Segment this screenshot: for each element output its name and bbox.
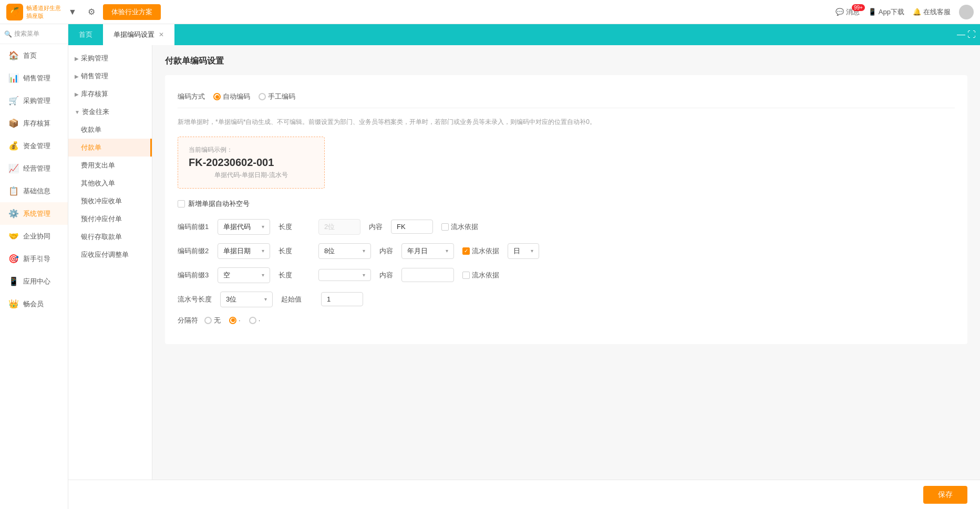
manual-encoding-radio[interactable] [259, 93, 266, 100]
minimize-btn[interactable]: — [957, 30, 965, 39]
topbar-dropdown-btn[interactable]: ▼ [65, 5, 80, 19]
waterfall2-checkbox[interactable]: ✓ [462, 247, 470, 255]
sidebar: 🔍 搜索菜单 🏠 首页 📊 销售管理 🛒 采购管理 📦 库存核算 💰 [0, 24, 68, 509]
sidebar-item-operations[interactable]: 📈 经营管理 [0, 157, 68, 180]
tab-encoding[interactable]: 单据编码设置 ✕ [103, 24, 174, 45]
msg-btn[interactable]: 💬 消息 99+ [835, 7, 860, 17]
sub-group-sales: ▶ 销售管理 [68, 67, 152, 85]
chevron-down-icon-length3: ▾ [363, 272, 365, 278]
save-button[interactable]: 保存 [923, 486, 967, 504]
length3-label: 长度 [278, 271, 310, 280]
prefix2-select[interactable]: 单据日期 ▾ [218, 243, 270, 259]
content2-label: 内容 [379, 246, 393, 256]
chevron-down-icon: ▼ [75, 109, 80, 115]
topbar-settings-btn[interactable]: ⚙ [84, 5, 99, 19]
content3-input[interactable] [401, 268, 454, 282]
sep-dash-radio[interactable] [249, 317, 256, 324]
sep-dot-option[interactable]: · [229, 316, 241, 324]
sidebar-item-system[interactable]: ⚙️ 系统管理 [0, 202, 68, 225]
industry-btn[interactable]: 体验行业方案 [103, 4, 161, 20]
sub-nav-advance-receivable[interactable]: 预收冲应收单 [68, 192, 152, 210]
sidebar-item-enterprise[interactable]: 🤝 企业协同 [0, 225, 68, 247]
sidebar-search[interactable]: 🔍 搜索菜单 [0, 24, 68, 44]
sep-dash-option[interactable]: · [249, 316, 261, 324]
maximize-btn[interactable]: ⛶ [967, 30, 976, 39]
form-row-2: 编码前缀2 单据日期 ▾ 长度 8位 ▾ 内容 年月日 [178, 243, 955, 259]
member-icon: 👑 [8, 299, 19, 309]
auto-fill-checkbox[interactable] [178, 200, 185, 207]
prefix1-select[interactable]: 单据代码 ▾ [218, 219, 270, 235]
user-avatar[interactable] [959, 5, 974, 19]
example-desc: 单据代码-单据日期-流水号 [189, 171, 314, 180]
auto-encoding-radio[interactable] [213, 93, 221, 100]
sub-group-purchase: ▶ 采购管理 [68, 49, 152, 67]
tabs-bar: 首页 单据编码设置 ✕ — ⛶ [68, 24, 980, 45]
system-icon: ⚙️ [8, 209, 19, 219]
sidebar-item-basic[interactable]: 📋 基础信息 [0, 180, 68, 202]
chevron-right-icon-2: ▶ [75, 74, 79, 79]
guide-icon: 🎯 [8, 254, 19, 264]
sub-nav-bank-deposit[interactable]: 银行存取款单 [68, 228, 152, 246]
sub-group-inventory-title[interactable]: ▶ 库存核算 [68, 85, 152, 103]
sub-nav-receipt[interactable]: 收款单 [68, 121, 152, 139]
inventory-icon: 📦 [8, 118, 19, 128]
tab-close-btn[interactable]: ✕ [159, 31, 164, 38]
prefix2-label: 编码前缀2 [178, 246, 209, 256]
waterfall3-checkbox[interactable] [462, 272, 470, 279]
sidebar-item-appstore[interactable]: 📱 应用中心 [0, 270, 68, 293]
serial-length-select[interactable]: 3位 ▾ [220, 292, 273, 307]
sub-group-capital-title[interactable]: ▼ 资金往来 [68, 103, 152, 121]
waterfall1-checkbox[interactable] [441, 223, 449, 231]
sub-nav-other-income[interactable]: 其他收入单 [68, 174, 152, 192]
serial-row: 流水号长度 3位 ▾ 起始值 [178, 292, 955, 307]
form-row-1: 编码前缀1 单据代码 ▾ 长度 2位 内容 流水依据 [178, 219, 955, 235]
logo-icon: 🍊 [6, 4, 23, 20]
footer-bar: 保存 [68, 480, 980, 509]
content2-select[interactable]: 年月日 ▾ [401, 243, 454, 259]
chevron-right-icon-3: ▶ [75, 91, 79, 97]
sub-nav-payable-adj[interactable]: 应收应付调整单 [68, 246, 152, 264]
separator-radio-group: 无 · · [204, 316, 260, 325]
sub-nav-expense[interactable]: 费用支出单 [68, 157, 152, 174]
sep-dot-radio[interactable] [229, 317, 236, 324]
sidebar-item-member[interactable]: 👑 畅会员 [0, 293, 68, 315]
auto-fill-row: 新增单据自动补空号 [178, 199, 955, 209]
sub-nav-payment[interactable]: 付款单 [68, 139, 152, 157]
chevron-down-icon-period: ▾ [531, 248, 533, 254]
logo: 🍊 畅通道好生意 插座版 [6, 4, 61, 20]
length2-select[interactable]: 8位 ▾ [318, 243, 371, 259]
sidebar-item-finance[interactable]: 💰 资金管理 [0, 134, 68, 157]
prefix3-select[interactable]: 空 ▾ [218, 267, 270, 283]
logo-text: 畅通道好生意 插座版 [26, 4, 61, 19]
appstore-icon: 📱 [8, 276, 19, 286]
sub-group-purchase-title[interactable]: ▶ 采购管理 [68, 49, 152, 67]
waterfall2-check: ✓ 流水依据 [462, 246, 499, 256]
content1-input[interactable] [391, 220, 433, 234]
app-download-btn[interactable]: 📱 App下载 [868, 7, 904, 17]
sidebar-item-home[interactable]: 🏠 首页 [0, 44, 68, 67]
auto-encoding-option[interactable]: 自动编码 [213, 92, 250, 101]
sidebar-item-guide[interactable]: 🎯 新手引导 [0, 247, 68, 270]
sidebar-item-purchase[interactable]: 🛒 采购管理 [0, 89, 68, 112]
prefix3-label: 编码前缀3 [178, 271, 209, 280]
manual-encoding-option[interactable]: 手工编码 [259, 92, 295, 101]
online-service-btn[interactable]: 🔔 在线客服 [913, 7, 951, 17]
length3-select[interactable]: ▾ [318, 269, 371, 281]
sub-nav-advance-payable[interactable]: 预付冲应付单 [68, 210, 152, 228]
sub-sidebar: ▶ 采购管理 ▶ 销售管理 ▶ 库存核算 [68, 45, 152, 480]
encoding-method-label: 编码方式 [178, 92, 205, 101]
start-value-label: 起始值 [281, 295, 313, 304]
prefix1-label: 编码前缀1 [178, 222, 209, 232]
waterfall2-period-select[interactable]: 日 ▾ [508, 243, 539, 259]
waterfall1-check: 流水依据 [441, 222, 478, 232]
start-value-input[interactable] [321, 292, 363, 306]
sidebar-item-sales[interactable]: 📊 销售管理 [0, 67, 68, 89]
sep-none-radio[interactable] [204, 317, 212, 324]
sidebar-item-inventory[interactable]: 📦 库存核算 [0, 112, 68, 134]
sep-none-option[interactable]: 无 [204, 316, 221, 325]
length1-input: 2位 [318, 219, 360, 235]
content-area: ▶ 采购管理 ▶ 销售管理 ▶ 库存核算 [68, 45, 980, 480]
sub-group-sales-title[interactable]: ▶ 销售管理 [68, 67, 152, 85]
tab-home[interactable]: 首页 [68, 24, 103, 45]
chevron-down-icon-length2: ▾ [363, 248, 365, 254]
